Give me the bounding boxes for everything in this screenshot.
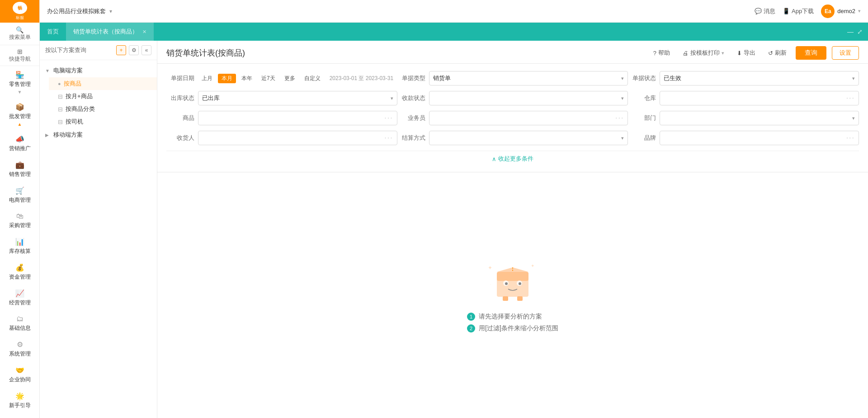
- settings-btn[interactable]: 设置: [832, 46, 859, 60]
- sidebar-item-wholesale[interactable]: 📦 批发管理 ▲: [0, 98, 39, 130]
- tree-node-by-driver[interactable]: ⊟ 按司机: [49, 115, 157, 128]
- filter-row-3: 商品 ··· 业务员 ··· 部门: [166, 111, 859, 125]
- sidebar-item-sales[interactable]: 💼 销售管理: [0, 156, 39, 182]
- query-btn[interactable]: 查询: [796, 46, 826, 60]
- print-icon: 🖨: [683, 50, 689, 57]
- sidebar-item-marketing[interactable]: 📣 营销推广: [0, 130, 39, 156]
- sidebar-item-retail[interactable]: 🏪 零售管理 ▼: [0, 66, 39, 98]
- message-btn[interactable]: 💬 消息: [755, 7, 775, 15]
- svg-point-6: [505, 282, 508, 285]
- logo-text: 标服: [16, 15, 24, 21]
- empty-tips: 1 请先选择要分析的方案 2 用[过滤]条件来缩小分析范围: [467, 313, 558, 332]
- tree-child-icon-product: ●: [58, 81, 61, 86]
- receiver-dots: ···: [384, 134, 393, 142]
- enterprise-icon: 🤝: [15, 366, 24, 375]
- left-panel-title: 按以下方案查询: [45, 46, 86, 54]
- out-status-label: 出库状态: [166, 94, 198, 102]
- export-btn[interactable]: ⬇ 导出: [733, 47, 759, 59]
- receiver-input[interactable]: ···: [198, 131, 397, 145]
- goods-input[interactable]: ···: [198, 111, 397, 125]
- sidebar-item-system[interactable]: ⚙ 系统管理: [0, 336, 39, 361]
- svg-text:✦: ✦: [531, 263, 534, 268]
- collect-status-label: 收款状态: [397, 94, 429, 102]
- tree-node-by-product[interactable]: ● 按商品: [49, 77, 157, 90]
- doc-status-select[interactable]: 已生效 ▾: [660, 71, 859, 86]
- dept-select[interactable]: ▾: [660, 111, 859, 125]
- doc-type-select[interactable]: 销货单 ▾: [429, 71, 628, 86]
- export-icon: ⬇: [737, 50, 742, 57]
- basics-icon: 🗂: [16, 315, 24, 323]
- tree-arrow-mobile: ▶: [45, 133, 51, 138]
- tree-child-icon-driver: ⊟: [58, 119, 63, 125]
- page-actions: ? 帮助 🖨 按模板打印 ▾ ⬇ 导出 ↺ 刷新: [650, 46, 859, 60]
- collect-status-arrow: ▾: [621, 95, 624, 101]
- out-status-select[interactable]: 已出库 ▾: [198, 91, 397, 105]
- guide-icon: 🌟: [15, 392, 24, 400]
- left-panel-icons: + ⚙ «: [116, 45, 151, 55]
- tab-minimize-icon[interactable]: —: [847, 28, 854, 35]
- doc-type-control-wrap: 销货单 ▾: [429, 71, 628, 86]
- refresh-icon: ↺: [768, 50, 773, 57]
- collapse-filter-btn[interactable]: ∧ 收起更多条件: [166, 151, 859, 165]
- logo-icon: 畅: [13, 2, 27, 14]
- warehouse-dots: ···: [846, 94, 855, 102]
- brand-input[interactable]: ···: [660, 131, 859, 145]
- salesperson-control-wrap: ···: [429, 111, 628, 125]
- left-panel: 按以下方案查询 + ⚙ « ▼ 电脑端方案 ● 按商品: [40, 41, 157, 418]
- tree-node-by-month-product[interactable]: ⊟ 按月+商品: [49, 90, 157, 103]
- download-icon: 📱: [783, 8, 790, 14]
- salesperson-input[interactable]: ···: [429, 111, 628, 125]
- empty-tip-2: 2 用[过滤]条件来缩小分析范围: [467, 324, 558, 332]
- date-tab-7days[interactable]: 近7天: [258, 74, 279, 83]
- dept-label: 部门: [628, 114, 660, 122]
- date-tab-lastmonth[interactable]: 上月: [198, 74, 216, 83]
- app-download-btn[interactable]: 📱 App下载: [783, 7, 814, 15]
- sidebar-item-guide[interactable]: 🌟 新手引导: [0, 387, 39, 413]
- brand-control-wrap: ···: [660, 131, 859, 145]
- tab-close-btn[interactable]: ✕: [142, 29, 146, 35]
- settle-label: 结算方式: [397, 134, 429, 142]
- user-menu[interactable]: Ea demo2 ▾: [821, 5, 861, 18]
- date-tab-custom[interactable]: 自定义: [301, 74, 324, 83]
- tree-node-desktop[interactable]: ▼ 电脑端方案: [40, 64, 157, 77]
- sidebar-item-enterprise[interactable]: 🤝 企业协同: [0, 361, 39, 387]
- date-tab-thismonth[interactable]: 本月: [218, 74, 236, 83]
- help-icon: ?: [653, 50, 656, 57]
- date-tab-more[interactable]: 更多: [281, 74, 299, 83]
- salesperson-label: 业务员: [397, 114, 429, 122]
- sidebar-search[interactable]: 🔍 搜索菜单: [0, 23, 39, 45]
- settings-scheme-btn[interactable]: ⚙: [129, 45, 139, 55]
- tree-node-mobile[interactable]: ▶ 移动端方案: [40, 128, 157, 142]
- sidebar-item-basics[interactable]: 🗂 基础信息: [0, 310, 39, 336]
- warehouse-label: 仓库: [628, 94, 660, 102]
- collapse-panel-btn[interactable]: «: [142, 45, 151, 55]
- tab-maximize-icon[interactable]: ⤢: [857, 28, 863, 35]
- sidebar-item-apps[interactable]: 🔧 应用中心: [0, 413, 39, 418]
- settle-select[interactable]: ▾: [429, 131, 628, 145]
- sidebar-quick-nav[interactable]: ⊞ 快捷导航: [0, 45, 39, 66]
- collect-status-select[interactable]: ▾: [429, 91, 628, 105]
- tip-num-2: 2: [467, 324, 475, 332]
- help-btn[interactable]: ? 帮助: [650, 47, 674, 59]
- print-btn[interactable]: 🖨 按模板打印 ▾: [679, 47, 728, 59]
- date-tab-thisyear[interactable]: 本年: [238, 74, 256, 83]
- tab-sales-stat[interactable]: 销货单统计表（按商品） ✕: [66, 23, 154, 41]
- workspace-dropdown[interactable]: ▾: [109, 8, 112, 14]
- sidebar-item-purchase[interactable]: 🛍 采购管理: [0, 208, 39, 233]
- sidebar-item-ecommerce[interactable]: 🛒 电商管理: [0, 182, 39, 208]
- warehouse-input[interactable]: ···: [660, 91, 859, 105]
- tip-num-1: 1: [467, 313, 475, 321]
- salesperson-dots: ···: [615, 114, 624, 122]
- tree-node-by-product-cat[interactable]: ⊟ 按商品分类: [49, 103, 157, 115]
- goods-dots: ···: [384, 114, 393, 122]
- receiver-control-wrap: ···: [198, 131, 397, 145]
- sidebar-item-inventory[interactable]: 📊 库存核算: [0, 233, 39, 259]
- sidebar-item-finance[interactable]: 💰 资金管理: [0, 259, 39, 285]
- tree-children-desktop: ● 按商品 ⊟ 按月+商品 ⊟ 按商品分类 ⊟ 按司机: [40, 77, 157, 128]
- sidebar-item-operations[interactable]: 📈 经营管理: [0, 285, 39, 310]
- add-scheme-btn[interactable]: +: [116, 45, 126, 55]
- svg-rect-9: [517, 296, 523, 301]
- refresh-btn[interactable]: ↺ 刷新: [764, 47, 790, 59]
- doc-status-arrow: ▾: [852, 76, 855, 81]
- tab-home[interactable]: 首页: [40, 23, 66, 41]
